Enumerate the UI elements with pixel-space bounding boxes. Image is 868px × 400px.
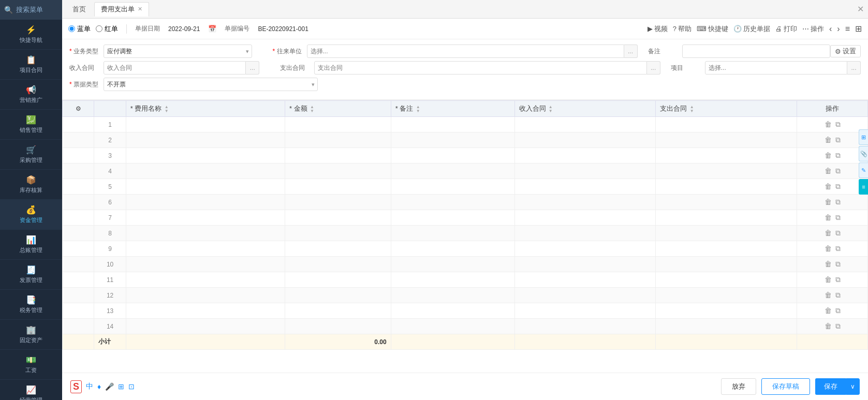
expense-name-cell[interactable]	[126, 226, 285, 241]
copy-row-btn[interactable]: ⧉	[834, 259, 842, 270]
income-contract-cell[interactable]	[514, 226, 656, 241]
note-cell[interactable]	[391, 132, 514, 148]
expense-name-cell[interactable]	[126, 148, 285, 164]
expense-contract-cell[interactable]	[656, 303, 797, 319]
calendar-icon[interactable]: 📅	[208, 25, 216, 33]
income-contract-cell[interactable]	[514, 132, 656, 148]
note-cell[interactable]	[391, 288, 514, 303]
note-cell[interactable]	[391, 272, 514, 288]
tab-home[interactable]: 首页	[66, 2, 92, 17]
expense-name-cell[interactable]	[126, 195, 285, 210]
delete-row-btn[interactable]: 🗑	[823, 212, 833, 223]
shortcut-btn[interactable]: ⌨ 快捷键	[697, 24, 728, 34]
copy-row-btn[interactable]: ⧉	[834, 243, 842, 254]
amount-cell[interactable]	[285, 288, 391, 303]
sidebar-search[interactable]: 🔍 搜索菜单	[0, 0, 62, 20]
expense-name-cell[interactable]	[126, 132, 285, 148]
amount-cell[interactable]	[285, 257, 391, 272]
sidebar-item-marketing[interactable]: 📢 营销推广	[0, 80, 62, 110]
col-income-contract[interactable]: 收入合同 ▲▼	[514, 101, 656, 117]
copy-row-btn[interactable]: ⧉	[834, 150, 842, 161]
sidebar-item-sales[interactable]: 💹 销售管理	[0, 110, 62, 140]
expense-name-cell[interactable]	[126, 257, 285, 272]
col-expense-contract[interactable]: 支出合同 ▲▼	[656, 101, 797, 117]
footer-icon-table[interactable]: ⊞	[118, 382, 124, 391]
radio-blue-input[interactable]	[68, 25, 75, 32]
expense-contract-cell[interactable]	[656, 257, 797, 272]
sidebar-item-inventory[interactable]: 📦 库存核算	[0, 170, 62, 200]
income-contract-cell[interactable]	[514, 303, 656, 319]
note-cell[interactable]	[391, 319, 514, 334]
income-contract-cell[interactable]	[514, 164, 656, 179]
delete-row-btn[interactable]: 🗑	[823, 150, 833, 160]
delete-row-btn[interactable]: 🗑	[823, 290, 833, 300]
footer-icon-mic[interactable]: 🎤	[105, 382, 114, 391]
sidebar-item-tax[interactable]: 📑 税务管理	[0, 290, 62, 320]
sidebar-item-fixed-assets[interactable]: 🏢 固定资产	[0, 320, 62, 350]
delete-row-btn[interactable]: 🗑	[823, 259, 833, 269]
note-cell[interactable]	[391, 303, 514, 319]
project-ellipsis-btn[interactable]: ...	[847, 61, 861, 75]
income-contract-cell[interactable]	[514, 319, 656, 334]
biz-type-select[interactable]: 应付调整	[104, 45, 252, 58]
amount-cell[interactable]	[285, 303, 391, 319]
expense-contract-cell[interactable]	[656, 226, 797, 241]
video-btn[interactable]: ▶ 视频	[648, 24, 668, 34]
delete-row-btn[interactable]: 🗑	[823, 119, 833, 129]
income-contract-cell[interactable]	[514, 195, 656, 210]
sidebar-item-quick-nav[interactable]: ⚡ 快捷导航	[0, 20, 62, 50]
expense-name-cell[interactable]	[126, 210, 285, 226]
income-contract-cell[interactable]	[514, 148, 656, 164]
view-grid-btn[interactable]: ⊞	[855, 24, 862, 34]
income-contract-cell[interactable]	[514, 272, 656, 288]
footer-icon-grid[interactable]: ⊡	[128, 382, 135, 391]
delete-row-btn[interactable]: 🗑	[823, 166, 833, 176]
income-contract-ellipsis-btn[interactable]: ...	[246, 61, 259, 75]
expense-contract-cell[interactable]	[656, 148, 797, 164]
copy-row-btn[interactable]: ⧉	[834, 212, 842, 223]
delete-row-btn[interactable]: 🗑	[823, 321, 833, 331]
biz-type-select-wrapper[interactable]: 应付调整	[104, 45, 252, 58]
remark-input[interactable]	[682, 45, 831, 58]
copy-row-btn[interactable]: ⧉	[834, 135, 842, 145]
bill-type-select[interactable]: 不开票	[104, 78, 318, 91]
partner-ellipsis-btn[interactable]: ...	[624, 45, 638, 58]
edge-tab-2[interactable]: 📎	[859, 146, 868, 161]
expense-contract-input[interactable]	[314, 61, 647, 75]
delete-row-btn[interactable]: 🗑	[823, 228, 833, 238]
col-amount[interactable]: * 金额 ▲▼	[285, 101, 391, 117]
nav-prev-btn[interactable]: ‹	[829, 24, 832, 34]
view-list-btn[interactable]: ≡	[845, 24, 850, 34]
delete-row-btn[interactable]: 🗑	[823, 305, 833, 316]
footer-icon-diamond[interactable]: ♦	[97, 382, 101, 391]
income-contract-cell[interactable]	[514, 241, 656, 257]
note-cell[interactable]	[391, 164, 514, 179]
amount-cell[interactable]	[285, 179, 391, 195]
edge-tab-1[interactable]: ⊞	[859, 129, 868, 145]
partner-input[interactable]	[307, 45, 624, 58]
expense-name-cell[interactable]	[126, 179, 285, 195]
window-close-button[interactable]: ✕	[857, 4, 864, 14]
expense-contract-cell[interactable]	[656, 241, 797, 257]
expense-contract-cell[interactable]	[656, 288, 797, 303]
expense-contract-cell[interactable]	[656, 132, 797, 148]
note-cell[interactable]	[391, 195, 514, 210]
delete-row-btn[interactable]: 🗑	[823, 274, 833, 285]
amount-cell[interactable]	[285, 210, 391, 226]
expense-name-cell[interactable]	[126, 241, 285, 257]
expense-name-cell[interactable]	[126, 272, 285, 288]
sidebar-item-capital[interactable]: 💰 资金管理	[0, 200, 62, 230]
copy-row-btn[interactable]: ⧉	[834, 305, 842, 316]
copy-row-btn[interactable]: ⧉	[834, 181, 842, 192]
expense-name-cell[interactable]	[126, 303, 285, 319]
copy-row-btn[interactable]: ⧉	[834, 228, 842, 239]
income-contract-cell[interactable]	[514, 210, 656, 226]
copy-row-btn[interactable]: ⧉	[834, 197, 842, 208]
expense-contract-cell[interactable]	[656, 164, 797, 179]
copy-row-btn[interactable]: ⧉	[834, 290, 842, 301]
income-contract-cell[interactable]	[514, 179, 656, 195]
tab-expense-close-icon[interactable]: ✕	[138, 6, 142, 12]
ops-btn[interactable]: ⋯ 操作	[802, 24, 824, 34]
copy-row-btn[interactable]: ⧉	[834, 274, 842, 285]
expense-name-cell[interactable]	[126, 288, 285, 303]
